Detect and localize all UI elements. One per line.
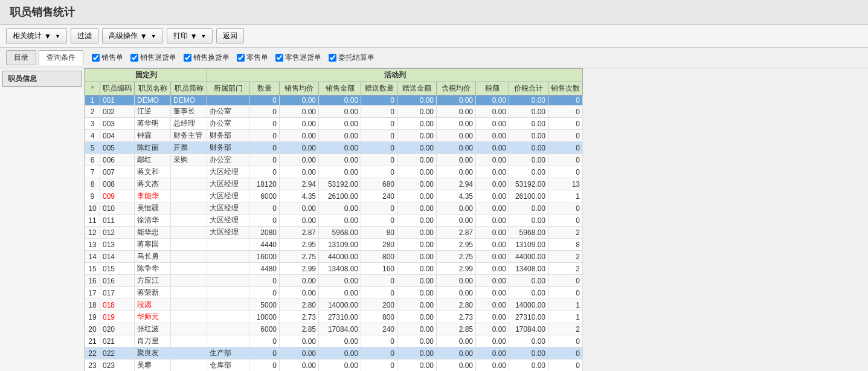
checkbox-sales-exchange[interactable]: 销售换货单 [184,53,230,63]
filter-button[interactable]: 过滤 [71,28,98,44]
row-sales-count: 0 [548,95,583,106]
sidebar-section-employee[interactable]: 职员信息 [2,71,82,87]
row-name: 李能华 [135,190,171,202]
table-row[interactable]: 6 006 鄢红 采购 办公室 0 0.00 0.00 0 0.00 0.00 … [85,154,583,166]
row-sales-amount: 0.00 [319,154,361,166]
row-total: 0.00 [509,347,548,360]
table-row[interactable]: 3 003 蒋华明 总经理 办公室 0 0.00 0.00 0 0.00 0.0… [85,118,583,130]
col-avg-price: 销售均价 [280,82,319,95]
table-wrapper[interactable]: 固定列 活动列 * 职员编码 职员名称 职员简称 所属部门 数量 销售均价 销售… [85,68,868,371]
row-dept [207,287,249,299]
row-dept: 大区经理 [207,215,249,227]
row-total: 53192.00 [509,178,548,190]
row-tax-avg: 0.00 [437,335,476,347]
row-dept: 财务部 [207,142,249,154]
row-index: 5 [85,142,100,154]
row-tax: 0.00 [476,347,509,360]
table-row[interactable]: 19 019 华师元 10000 2.73 27310.00 800 0.00 … [85,311,583,323]
table-row[interactable]: 12 012 能华忠 大区经理 2080 2.87 5968.00 80 0.0… [85,227,583,239]
table-row[interactable]: 17 017 蒋荣新 0 0.00 0.00 0 0.00 0.00 0.00 … [85,287,583,299]
row-short-name: 财务主管 [171,130,207,142]
row-dept: 财务部 [207,130,249,142]
row-qty: 0 [249,142,280,154]
row-name: 鄢红 [135,154,171,166]
col-short-name: 职员简称 [171,82,207,95]
checkbox-sales-return[interactable]: 销售退货单 [130,53,176,63]
row-gift-qty: 0 [361,166,397,178]
table-row[interactable]: 15 015 陈争华 4480 2.99 13408.00 160 0.00 2… [85,263,583,275]
table-row[interactable]: 13 013 蒋寒国 4440 2.95 13109.00 280 0.00 2… [85,239,583,251]
row-gift-amount: 0.00 [397,323,437,335]
row-index: 16 [85,275,100,287]
table-row[interactable]: 5 005 陈红丽 开票 财务部 0 0.00 0.00 0 0.00 0.00… [85,142,583,154]
table-row[interactable]: 7 007 蒋文和 大区经理 0 0.00 0.00 0 0.00 0.00 0… [85,166,583,178]
related-stats-button[interactable]: 相关统计 ▼ [6,28,67,44]
row-qty: 0 [249,287,280,299]
row-name: 蒋文杰 [135,178,171,190]
table-row[interactable]: 2 002 江逆 董事长 办公室 0 0.00 0.00 0 0.00 0.00… [85,106,583,118]
table-row[interactable]: 18 018 段愿 5000 2.80 14000.00 200 0.00 2.… [85,299,583,311]
row-tax: 0.00 [476,275,509,287]
row-name: 蒋荣新 [135,287,171,299]
row-gift-amount: 0.00 [397,95,437,106]
table-row[interactable]: 16 016 方应江 0 0.00 0.00 0 0.00 0.00 0.00 … [85,275,583,287]
table-row[interactable]: 1 001 DEMO DEMO 0 0.00 0.00 0 0.00 0.00 … [85,95,583,106]
row-gift-qty: 200 [361,299,397,311]
checkbox-retail-return[interactable]: 零售退货单 [275,53,321,63]
row-name: 蒋寒国 [135,239,171,251]
row-index: 23 [85,360,100,372]
checkbox-sales-order[interactable]: 销售单 [92,53,123,63]
page-title: 职员销售统计 [10,5,858,19]
table-row[interactable]: 20 020 张红波 6000 2.85 17084.00 240 0.00 2… [85,323,583,335]
row-gift-qty: 0 [361,154,397,166]
table-row[interactable]: 22 022 聚良友 生产部 0 0.00 0.00 0 0.00 0.00 0… [85,347,583,360]
table-row[interactable]: 8 008 蒋文杰 大区经理 18120 2.94 53192.00 680 0… [85,178,583,190]
row-short-name: 开票 [171,142,207,154]
row-total: 0.00 [509,202,548,215]
back-button[interactable]: 返回 [216,28,244,44]
table-row[interactable]: 23 023 吴攀 仓库部 0 0.00 0.00 0 0.00 0.00 0.… [85,360,583,372]
row-tax: 0.00 [476,95,509,106]
print-button[interactable]: 打印 ▼ [167,28,213,44]
row-code: 006 [100,154,135,166]
row-index: 10 [85,202,100,215]
checkbox-consignment[interactable]: 委托结算单 [329,53,375,63]
tab-query-conditions[interactable]: 查询条件 [39,50,83,65]
checkbox-retail-order[interactable]: 零售单 [237,53,268,63]
col-gift-amount: 赠送金额 [397,82,437,95]
row-tax: 0.00 [476,130,509,142]
row-gift-amount: 0.00 [397,166,437,178]
table-row[interactable]: 21 021 肖万里 0 0.00 0.00 0 0.00 0.00 0.00 … [85,335,583,347]
row-sales-amount: 13109.00 [319,239,361,251]
row-dept [207,263,249,275]
row-gift-qty: 0 [361,118,397,130]
row-gift-qty: 0 [361,287,397,299]
row-tax: 0.00 [476,251,509,263]
row-gift-amount: 0.00 [397,190,437,202]
row-gift-qty: 0 [361,347,397,360]
table-row[interactable]: 10 010 吴恒疆 大区经理 0 0.00 0.00 0 0.00 0.00 … [85,202,583,215]
table-row[interactable]: 9 009 李能华 大区经理 6000 4.35 26100.00 240 0.… [85,190,583,202]
table-row[interactable]: 14 014 马长勇 16000 2.75 44000.00 800 0.00 … [85,251,583,263]
col-tax-avg: 含税均价 [437,82,476,95]
table-row[interactable]: 4 004 钟霖 财务主管 财务部 0 0.00 0.00 0 0.00 0.0… [85,130,583,142]
row-short-name [171,166,207,178]
back-label: 返回 [223,31,237,41]
row-name: 段愿 [135,299,171,311]
row-index: 2 [85,106,100,118]
row-name: 徐清华 [135,215,171,227]
checkbox-group: 销售单 销售退货单 销售换货单 零售单 零售退货单 委托结算单 [92,53,375,63]
row-dept: 办公室 [207,118,249,130]
row-sales-count: 0 [548,347,583,360]
table-row[interactable]: 11 011 徐清华 大区经理 0 0.00 0.00 0 0.00 0.00 … [85,215,583,227]
tab-directory[interactable]: 目录 [6,50,36,65]
row-sales-count: 0 [548,166,583,178]
row-name: 方应江 [135,275,171,287]
row-sales-amount: 17084.00 [319,323,361,335]
row-name: 聚良友 [135,347,171,360]
row-avg-price: 0.00 [280,347,319,360]
col-code: 职员编码 [100,82,135,95]
row-total: 0.00 [509,130,548,142]
row-tax: 0.00 [476,190,509,202]
advanced-ops-button[interactable]: 高级操作 ▼ [102,28,163,44]
